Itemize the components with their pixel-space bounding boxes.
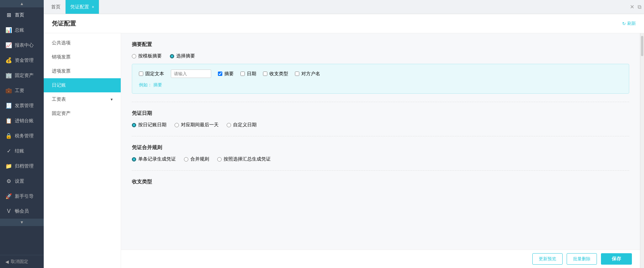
radio-last-day[interactable]: 对应期间最后一天 — [175, 122, 219, 128]
fixed-text-input[interactable] — [171, 70, 211, 78]
radio-custom-date-input[interactable] — [227, 123, 231, 127]
summary-config-section: 摘要配置 按模板摘要 选择摘要 — [132, 41, 629, 94]
outer-scrollbar[interactable] — [640, 33, 644, 268]
refresh-button[interactable]: ↻ 刷新 — [622, 20, 636, 27]
radio-select-summary-generate[interactable]: 按照选择汇总生成凭证 — [217, 156, 271, 162]
radio-last-day-input[interactable] — [175, 123, 179, 127]
nav-journal[interactable]: 日记账 — [44, 78, 121, 92]
fixed-assets-icon: 🏢 — [5, 72, 12, 79]
sidebar-item-ledger[interactable]: 📊 总账 — [0, 23, 44, 38]
summary-config-box: 固定文本 摘要 日期 — [132, 64, 629, 94]
voucher-merge-radio-group: 单条记录生成凭证 合并规则 按照选择汇总生成凭证 — [132, 156, 629, 162]
funds-icon: 💰 — [5, 57, 12, 63]
radio-single-input[interactable] — [132, 157, 136, 162]
sidebar-item-closing[interactable]: ✓ 结账 — [0, 143, 44, 159]
radio-template-summary[interactable]: 按模板摘要 — [132, 53, 162, 59]
radio-journal-date[interactable]: 按日记账日期 — [132, 122, 166, 128]
checkbox-date-input[interactable] — [240, 72, 245, 76]
sidebar-item-settings[interactable]: ⚙ 设置 — [0, 174, 44, 189]
tax-icon: 🔒 — [5, 133, 12, 139]
summary-config-title: 摘要配置 — [132, 41, 629, 48]
sidebar-item-fixed-assets[interactable]: 🏢 固定资产 — [0, 68, 44, 83]
tab-home[interactable]: 首页 — [46, 0, 66, 14]
radio-journal-date-input[interactable] — [132, 123, 136, 127]
guide-icon: 🚀 — [5, 193, 12, 199]
settings-icon: ⚙ — [5, 178, 12, 184]
radio-merge-rules[interactable]: 合并规则 — [184, 156, 209, 162]
ledger-icon: 📊 — [5, 27, 12, 33]
archive-icon: 📁 — [5, 163, 12, 169]
window-restore-icon[interactable]: ⧉ — [638, 4, 641, 10]
nav-sales-invoice[interactable]: 销项发票 — [44, 50, 121, 64]
voucher-date-section: 凭证日期 按日记账日期 对应期间最后一天 自定义日期 — [132, 110, 629, 128]
checkbox-row: 固定文本 摘要 日期 — [139, 70, 622, 78]
purchase-sales-icon: 📋 — [5, 118, 12, 124]
nav-public[interactable]: 公共选项 — [44, 36, 121, 50]
income-type-section: 收支类型 — [132, 179, 629, 185]
closing-icon: ✓ — [5, 148, 12, 154]
sidebar-item-purchase-sales[interactable]: 📋 进销台账 — [0, 113, 44, 128]
radio-merge-input[interactable] — [184, 157, 188, 162]
sidebar-item-tax-mgmt[interactable]: 🔒 税务管理 — [0, 128, 44, 143]
sidebar: ▲ ⊞ 首页 📊 总账 📈 报表中心 💰 资金管理 🏢 固定资产 💼 工资 🧾 … — [0, 0, 44, 268]
sidebar-cancel-fixed[interactable]: ◀ 取消固定 — [0, 255, 44, 268]
checkbox-fixed-text-input[interactable] — [139, 72, 143, 76]
invoice-icon: 🧾 — [5, 102, 12, 109]
checkbox-fixed-text[interactable]: 固定文本 — [139, 71, 164, 77]
sidebar-item-funds[interactable]: 💰 资金管理 — [0, 53, 44, 68]
tab-voucher-config[interactable]: 凭证配置 × — [66, 0, 99, 14]
voucher-merge-title: 凭证合并规则 — [132, 144, 629, 151]
chevron-down-icon: ▾ — [111, 97, 113, 102]
sidebar-item-archive[interactable]: 📁 归档管理 — [0, 159, 44, 174]
radio-custom-date[interactable]: 自定义日期 — [227, 122, 257, 128]
sidebar-scroll-down[interactable]: ▼ — [0, 219, 44, 226]
checkbox-counterparty[interactable]: 对方户名 — [295, 71, 320, 77]
nav-fixed-assets[interactable]: 固定资产 — [44, 106, 121, 121]
tab-bar: 首页 凭证配置 × ✕ ⧉ — [44, 0, 644, 14]
vip-icon: V — [5, 208, 12, 214]
sidebar-item-payroll[interactable]: 💼 工资 — [0, 83, 44, 98]
sidebar-item-vip[interactable]: V 畅会员 — [0, 204, 44, 219]
scrollbar-thumb — [641, 36, 643, 56]
radio-template-input[interactable] — [132, 54, 136, 58]
page-content: 凭证配置 ↻ 刷新 公共选项 销项发票 进项发票 日记账 — [44, 14, 644, 268]
bottom-action-bar: 更新预览 批量删除 保存 — [121, 250, 640, 268]
radio-select-summary[interactable]: 选择摘要 — [170, 53, 195, 59]
income-type-title: 收支类型 — [132, 179, 629, 185]
checkbox-income-type[interactable]: 收支类型 — [263, 71, 288, 77]
page-header: 凭证配置 ↻ 刷新 — [44, 14, 644, 33]
reports-icon: 📈 — [5, 42, 12, 48]
left-nav: 公共选项 销项发票 进项发票 日记账 工资表 ▾ 固定资产 — [44, 33, 121, 268]
divider-2 — [132, 136, 629, 136]
divider-1 — [132, 102, 629, 102]
payroll-icon: 💼 — [5, 87, 12, 94]
sidebar-scroll-up[interactable]: ▲ — [0, 0, 44, 7]
sidebar-item-reports[interactable]: 📈 报表中心 — [0, 38, 44, 53]
content-layout: 公共选项 销项发票 进项发票 日记账 工资表 ▾ 固定资产 — [44, 33, 644, 268]
window-close-icon[interactable]: ✕ — [630, 4, 634, 10]
radio-select-input[interactable] — [170, 54, 174, 58]
tab-close-icon[interactable]: × — [92, 5, 94, 9]
checkbox-date[interactable]: 日期 — [240, 71, 256, 77]
nav-payroll-table[interactable]: 工资表 ▾ — [44, 92, 121, 106]
sidebar-item-guide[interactable]: 🚀 新手引导 — [0, 189, 44, 204]
voucher-date-title: 凭证日期 — [132, 110, 629, 117]
refresh-icon: ↻ — [622, 21, 626, 26]
tab-bar-actions: ✕ ⧉ — [630, 4, 641, 10]
sidebar-item-invoice-mgmt[interactable]: 🧾 发票管理 — [0, 98, 44, 113]
voucher-date-radio-group: 按日记账日期 对应期间最后一天 自定义日期 — [132, 122, 629, 128]
checkbox-counterparty-input[interactable] — [295, 72, 299, 76]
right-content: 摘要配置 按模板摘要 选择摘要 — [121, 33, 640, 268]
radio-single-record[interactable]: 单条记录生成凭证 — [132, 156, 176, 162]
checkbox-income-type-input[interactable] — [263, 72, 267, 76]
pin-icon: ◀ — [5, 259, 9, 264]
save-button[interactable]: 保存 — [601, 253, 632, 265]
example-text: 例如： 摘要 — [139, 82, 622, 88]
checkbox-summary[interactable]: 摘要 — [218, 71, 234, 77]
radio-select-summary-input[interactable] — [217, 157, 222, 162]
checkbox-summary-input[interactable] — [218, 72, 222, 76]
update-preview-button[interactable]: 更新预览 — [532, 253, 563, 265]
sidebar-item-home[interactable]: ⊞ 首页 — [0, 7, 44, 23]
batch-delete-button[interactable]: 批量删除 — [567, 253, 597, 265]
nav-purchase-invoice[interactable]: 进项发票 — [44, 64, 121, 78]
